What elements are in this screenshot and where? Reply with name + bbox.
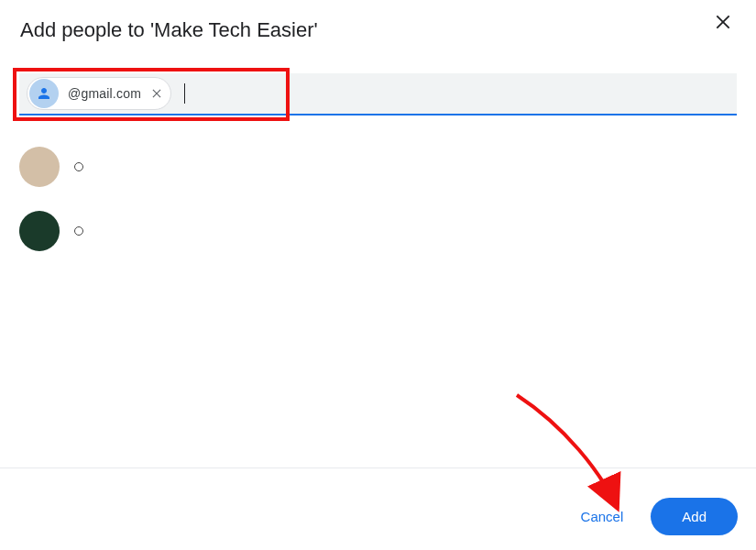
status-indicator-icon	[74, 162, 83, 171]
add-button[interactable]: Add	[651, 498, 738, 535]
footer-divider	[0, 468, 756, 468]
dialog-title: Add people to 'Make Tech Easier'	[20, 18, 318, 42]
people-text-input[interactable]	[185, 77, 729, 110]
add-people-dialog: Add people to 'Make Tech Easier' @gmail.…	[0, 0, 756, 550]
suggestion-row[interactable]	[19, 147, 83, 187]
status-indicator-icon	[74, 226, 83, 236]
close-icon	[150, 87, 163, 100]
cancel-button[interactable]: Cancel	[574, 500, 631, 534]
chip-remove-button[interactable]	[148, 85, 165, 102]
dialog-footer: Cancel Add	[574, 498, 738, 535]
person-icon	[29, 79, 59, 108]
avatar	[19, 211, 60, 251]
close-icon	[714, 13, 732, 31]
chip-text: @gmail.com	[68, 86, 141, 101]
close-button[interactable]	[710, 9, 736, 35]
people-input[interactable]: @gmail.com	[19, 73, 737, 116]
avatar	[19, 147, 60, 187]
contact-chip[interactable]: @gmail.com	[27, 77, 171, 110]
suggestion-row[interactable]	[19, 211, 83, 251]
suggestion-list	[19, 147, 83, 275]
